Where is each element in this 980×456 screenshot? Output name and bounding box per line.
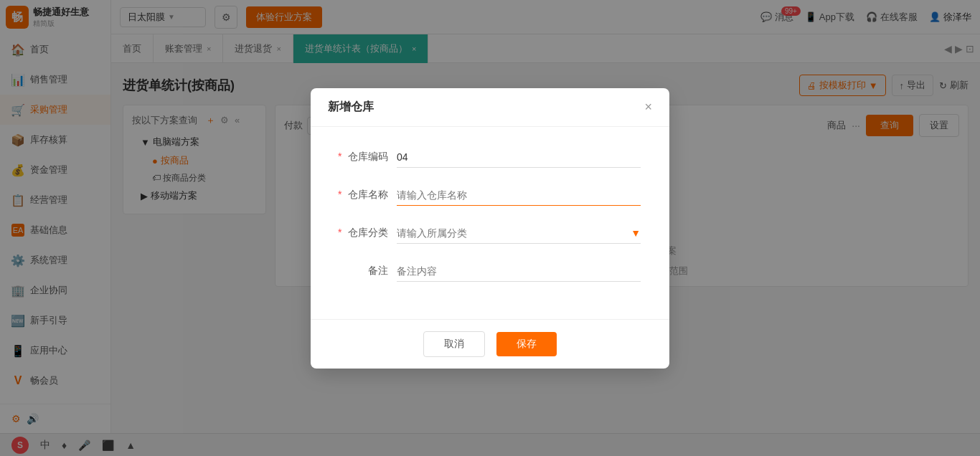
- modal-header: 新增仓库 ×: [311, 88, 669, 127]
- code-form-row: 仓库编码: [339, 147, 641, 168]
- name-label: 仓库名称: [339, 189, 397, 201]
- name-input[interactable]: [397, 185, 641, 206]
- category-label: 仓库分类: [339, 227, 397, 239]
- notes-form-row: 备注: [339, 261, 641, 282]
- notes-input[interactable]: [397, 261, 641, 282]
- cancel-button[interactable]: 取消: [423, 331, 485, 357]
- modal-close-button[interactable]: ×: [644, 100, 652, 115]
- category-arrow-icon: ▼: [631, 227, 641, 239]
- modal-footer: 取消 保存: [311, 319, 669, 369]
- name-form-row: 仓库名称: [339, 185, 641, 206]
- add-warehouse-modal: 新增仓库 × 仓库编码 仓库名称 仓库分类: [311, 88, 669, 369]
- save-button[interactable]: 保存: [496, 332, 557, 356]
- modal-overlay: 新增仓库 × 仓库编码 仓库名称 仓库分类: [0, 0, 980, 456]
- code-label: 仓库编码: [339, 151, 397, 163]
- modal-title: 新增仓库: [328, 100, 374, 115]
- notes-label: 备注: [339, 265, 397, 277]
- modal-body: 仓库编码 仓库名称 仓库分类 ▼: [311, 127, 669, 319]
- code-input[interactable]: [397, 147, 641, 168]
- category-input[interactable]: [397, 223, 631, 243]
- category-select-wrapper[interactable]: ▼: [397, 223, 641, 244]
- category-form-row: 仓库分类 ▼: [339, 223, 641, 244]
